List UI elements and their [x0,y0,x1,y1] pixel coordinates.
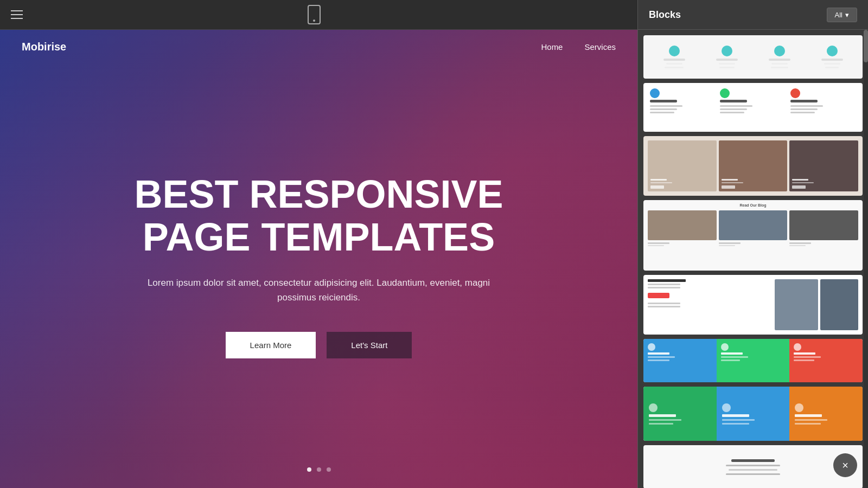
nav-link-home[interactable]: Home [541,42,563,52]
panel-wrapper: Read Our Blog [638,30,868,488]
block3-card-1 [648,140,717,191]
device-home-button [313,20,315,22]
toolbar-center [308,5,321,24]
block-thumbnail-2[interactable] [643,83,863,132]
hero-title: BEST RESPONSIVE PAGE TEMPLATES [134,173,503,259]
hero-dots [0,467,637,488]
block1-item-2 [700,46,753,68]
block4-grid [643,210,863,251]
dot-1[interactable] [307,467,311,472]
filter-button[interactable]: All ▾ [827,8,857,22]
block1-item-1 [648,46,700,68]
block-thumbnail-6[interactable] [643,339,863,382]
block2-item-2 [718,88,788,113]
close-panel-button[interactable]: × [833,453,857,477]
block8-preview [643,445,863,488]
block7-item-1 [643,387,717,441]
block7-preview [643,387,863,441]
block1-preview [643,35,863,79]
learn-more-button[interactable]: Learn More [226,332,316,358]
block-thumbnail-3[interactable] [643,136,863,196]
hero-section: Mobirise Home Services BEST RESPONSIVE P… [0,30,637,488]
block5-preview [643,275,863,335]
hero-nav: Mobirise Home Services [0,30,637,64]
hero-content: BEST RESPONSIVE PAGE TEMPLATES Lorem ips… [0,64,637,467]
block-thumbnail-5[interactable] [643,275,863,335]
hero-subtitle: Lorem ipsum dolor sit amet, consectetur … [129,275,509,305]
lets-start-button[interactable]: Let's Start [327,332,412,358]
block1-item-4 [806,46,858,68]
dot-3[interactable] [327,467,331,472]
block5-img-2 [820,279,858,330]
panel-header: Blocks All ▾ [638,0,868,30]
page-canvas: Mobirise Home Services BEST RESPONSIVE P… [0,30,637,488]
hero-buttons: Learn More Let's Start [226,332,412,358]
block3-card-3 [789,140,858,191]
block-thumbnail-8[interactable] [643,445,863,488]
panel-title: Blocks [649,9,681,21]
block7-item-3 [789,387,863,441]
toolbar [0,0,637,30]
scrollbar-thumb[interactable] [864,30,868,62]
panel-content: Read Our Blog [638,30,868,488]
block6-item-2 [717,339,790,382]
block2-preview [643,83,863,132]
hero-title-line2: PAGE TEMPLATES [143,215,495,259]
filter-dropdown-icon: ▾ [845,11,849,19]
nav-link-services[interactable]: Services [584,42,616,52]
editor-area: Mobirise Home Services BEST RESPONSIVE P… [0,0,637,488]
scrollbar-track [864,30,868,488]
block6-item-3 [789,339,863,382]
block5-left [648,279,773,330]
block6-item-1 [643,339,717,382]
hamburger-menu[interactable] [11,10,23,19]
nav-links: Home Services [541,42,616,52]
block7-item-2 [717,387,790,441]
dot-2[interactable] [317,467,321,472]
block-thumbnail-1[interactable] [643,35,863,79]
block4-title: Read Our Blog [643,200,863,210]
block2-item-1 [648,88,718,113]
block6-preview [643,339,863,382]
block4-card-1 [648,210,717,246]
toolbar-left [11,10,23,19]
block3-card-2 [719,140,788,191]
block-thumbnail-4[interactable]: Read Our Blog [643,200,863,271]
hero-title-line1: BEST RESPONSIVE [134,172,503,216]
mobile-device-icon[interactable] [308,5,321,24]
block3-preview [643,136,863,196]
filter-label: All [835,11,843,19]
nav-brand: Mobirise [22,41,66,53]
block1-item-3 [753,46,806,68]
block5-img-1 [775,279,818,330]
block4-preview: Read Our Blog [643,200,863,271]
blocks-panel: Blocks All ▾ [637,0,868,488]
block-thumbnail-7[interactable] [643,387,863,441]
block4-card-2 [719,210,788,246]
block4-card-3 [789,210,858,246]
block2-item-3 [788,88,858,113]
